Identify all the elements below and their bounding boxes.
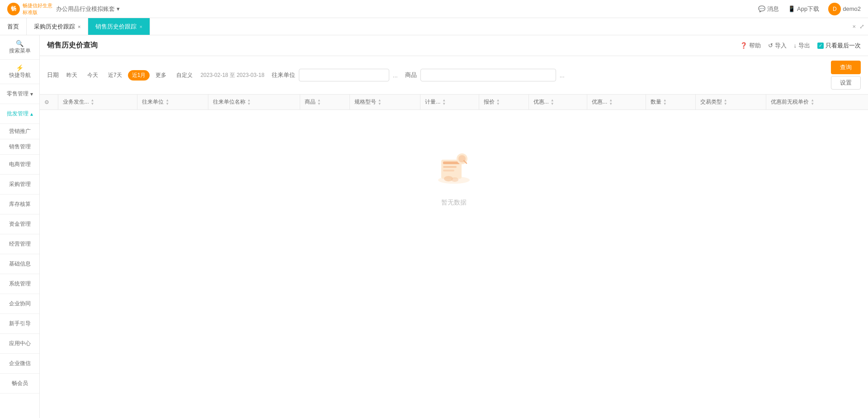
sidebar-item-wholesale[interactable]: 批发管理 ▴: [0, 104, 39, 124]
sidebar-item-enterprise[interactable]: 企业协同: [0, 294, 39, 314]
partner-input[interactable]: [299, 69, 389, 81]
date-btn-7days[interactable]: 近7天: [104, 70, 126, 81]
date-btn-today[interactable]: 今天: [83, 70, 102, 81]
empty-illustration: [431, 146, 476, 191]
sidebar-item-appstore[interactable]: 应用中心: [0, 334, 39, 354]
sidebar-item-retail[interactable]: 零售管理 ▾: [0, 84, 39, 104]
chevron-down-icon: ▾: [117, 5, 120, 12]
download-icon: 📱: [788, 5, 795, 12]
page-title: 销售历史价查询: [47, 41, 98, 50]
sort-arrows-discount2[interactable]: ▲▼: [609, 99, 613, 106]
sort-arrows-partner-name[interactable]: ▲▼: [247, 99, 251, 106]
th-trade-type: 交易类型 ▲▼: [695, 95, 766, 110]
th-pretax-price: 优惠前无税单价 ▲▼: [766, 95, 868, 110]
page-actions: ❓ 帮助 ↺ 导入 ↓ 导出 ✓ 只看最后一次: [740, 42, 861, 50]
sidebar-item-guide[interactable]: 新手引导: [0, 314, 39, 334]
empty-state: 暂无数据: [40, 110, 868, 243]
user-menu-btn[interactable]: D demo2: [828, 3, 861, 15]
sidebar-item-sales-mgmt[interactable]: 销售管理: [0, 139, 39, 155]
help-btn[interactable]: ❓ 帮助: [740, 42, 761, 50]
only-last-checkbox[interactable]: ✓: [817, 43, 824, 49]
date-filter-group: 日期 昨天 今天 近7天 近1月 更多 自定义 2023-02-18 至 202…: [47, 70, 264, 81]
shortcut-icon: ⚡: [16, 64, 24, 71]
tab-sales-close[interactable]: ×: [139, 24, 142, 29]
only-last-checkbox-area[interactable]: ✓ 只看最后一次: [817, 42, 861, 50]
th-spec: 规格型号 ▲▼: [349, 95, 420, 110]
app-selector[interactable]: 办公用品行业模拟账套 ▾: [56, 5, 120, 13]
top-header: 畅 畅捷信好生意 标准版 办公用品行业模拟账套 ▾ 💬 消息 📱 App下载 D…: [0, 0, 868, 18]
settings-btn[interactable]: 设置: [831, 76, 861, 90]
chevron-down-icon: ▾: [30, 91, 33, 97]
export-btn[interactable]: ↓ 导出: [794, 42, 811, 50]
sidebar-item-operations[interactable]: 经营管理: [0, 234, 39, 254]
chevron-up-icon: ▴: [30, 111, 33, 117]
empty-text: 暂无数据: [441, 199, 467, 207]
header-left: 畅 畅捷信好生意 标准版 办公用品行业模拟账套 ▾: [7, 2, 120, 15]
sidebar-item-system[interactable]: 系统管理: [0, 274, 39, 294]
sidebar-item-wechat[interactable]: 企业微信: [0, 354, 39, 374]
logo-area: 畅 畅捷信好生意 标准版: [7, 2, 52, 15]
sort-arrows-biz-date[interactable]: ▲▼: [91, 99, 94, 106]
logo-icon: 畅: [7, 3, 20, 15]
table-settings-icon[interactable]: ⚙: [44, 99, 49, 105]
sidebar-item-finance[interactable]: 资金管理: [0, 214, 39, 234]
sort-arrows-unit[interactable]: ▲▼: [442, 99, 446, 106]
sort-arrows-price[interactable]: ▲▼: [496, 99, 500, 106]
tab-sales[interactable]: 销售历史价跟踪 ×: [88, 18, 150, 35]
date-buttons: 昨天 今天 近7天 近1月 更多 自定义: [62, 70, 197, 81]
th-discount1: 优惠... ▲▼: [528, 95, 587, 110]
tab-home[interactable]: 首页: [0, 18, 27, 35]
product-dots: ...: [560, 72, 565, 79]
product-input[interactable]: [420, 69, 556, 81]
tab-bar: 首页 采购历史价跟踪 × 销售历史价跟踪 × × ⤢: [0, 18, 868, 35]
sidebar-item-basic[interactable]: 基础信息: [0, 254, 39, 274]
partner-filter-group: 往来单位 ...: [272, 69, 398, 81]
import-btn[interactable]: ↺ 导入: [768, 42, 787, 50]
date-btn-more[interactable]: 更多: [151, 70, 170, 81]
sidebar-item-member[interactable]: 畅会员: [0, 374, 39, 394]
export-icon: ↓: [794, 42, 797, 49]
th-product: 商品 ▲▼: [300, 95, 349, 110]
date-range-display: 2023-02-18 至 2023-03-18: [200, 71, 264, 79]
date-btn-custom[interactable]: 自定义: [172, 70, 197, 81]
sort-arrows-pretax-price[interactable]: ▲▼: [811, 99, 814, 106]
svg-rect-2: [443, 162, 460, 164]
date-btn-yesterday[interactable]: 昨天: [62, 70, 81, 81]
sidebar-item-purchase[interactable]: 采购管理: [0, 175, 39, 195]
th-unit: 计量... ▲▼: [420, 95, 479, 110]
th-partner-name: 往来单位名称 ▲▼: [208, 95, 300, 110]
sidebar-item-ecommerce[interactable]: 电商管理: [0, 155, 39, 175]
sidebar-item-marketing[interactable]: 营销推广: [0, 124, 39, 139]
th-settings: ⚙: [40, 95, 58, 110]
sort-arrows-product[interactable]: ▲▼: [317, 99, 321, 106]
tab-purchase[interactable]: 采购历史价跟踪 ×: [27, 18, 88, 35]
sort-arrows-trade-type[interactable]: ▲▼: [724, 99, 727, 106]
sidebar-item-inventory[interactable]: 库存核算: [0, 195, 39, 214]
svg-rect-4: [443, 170, 454, 171]
page-header: 销售历史价查询 ❓ 帮助 ↺ 导入 ↓ 导出 ✓ 只看最后一次: [40, 35, 868, 56]
message-btn[interactable]: 💬 消息: [758, 5, 779, 13]
date-btn-1month[interactable]: 近1月: [128, 70, 150, 81]
avatar: D: [828, 3, 841, 15]
sidebar-item-search[interactable]: 🔍 搜索菜单: [0, 35, 39, 60]
table-area: ⚙ 业务发生... ▲▼ 往来单位 ▲▼: [40, 95, 868, 418]
th-price: 报价 ▲▼: [479, 95, 528, 110]
sort-arrows-partner-code[interactable]: ▲▼: [165, 99, 169, 106]
table-head: ⚙ 业务发生... ▲▼ 往来单位 ▲▼: [40, 95, 868, 110]
maximize-icon[interactable]: ⤢: [859, 23, 864, 30]
sort-arrows-quantity[interactable]: ▲▼: [663, 99, 667, 106]
close-window-icon[interactable]: ×: [852, 23, 856, 30]
sort-arrows-spec[interactable]: ▲▼: [378, 99, 382, 106]
data-table: ⚙ 业务发生... ▲▼ 往来单位 ▲▼: [40, 95, 868, 110]
partner-dots: ...: [393, 72, 398, 79]
svg-point-9: [451, 177, 458, 182]
sidebar-item-shortcut[interactable]: ⚡ 快捷导航: [0, 60, 39, 84]
sort-arrows-discount1[interactable]: ▲▼: [551, 99, 554, 106]
tab-purchase-close[interactable]: ×: [78, 24, 80, 29]
tab-bar-actions: × ⤢: [849, 18, 868, 35]
main-layout: 🔍 搜索菜单 ⚡ 快捷导航 零售管理 ▾ 批发管理 ▴ 营销推广 销售管理 电商…: [0, 35, 868, 418]
app-download-btn[interactable]: 📱 App下载: [788, 5, 819, 13]
help-icon: ❓: [740, 42, 747, 49]
query-btn[interactable]: 查询: [831, 61, 861, 74]
logo-text: 畅捷信好生意 标准版: [23, 2, 52, 15]
